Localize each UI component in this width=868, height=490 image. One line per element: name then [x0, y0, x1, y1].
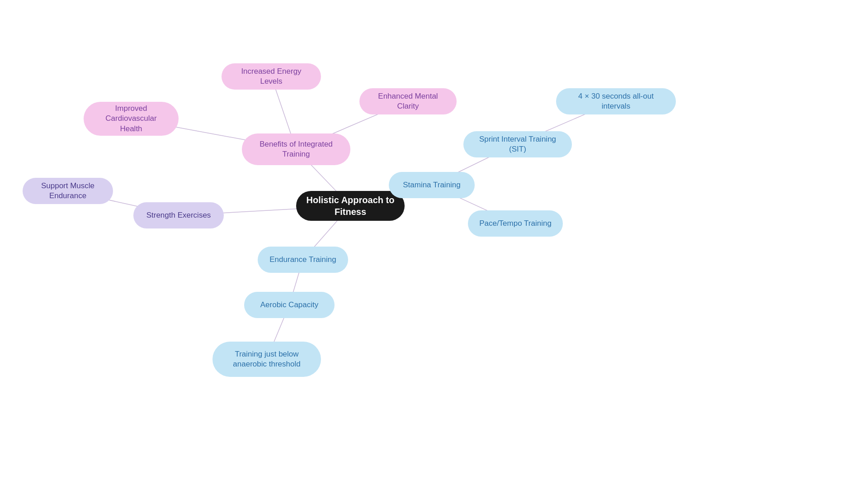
enhanced-mental-node[interactable]: Enhanced Mental Clarity — [359, 88, 457, 114]
four-thirty-node[interactable]: 4 × 30 seconds all-out intervals — [556, 88, 676, 114]
strength-node[interactable]: Strength Exercises — [133, 202, 224, 228]
anaerobic-node[interactable]: Training just below anaerobic threshold — [212, 342, 321, 377]
improved-cardio-node[interactable]: Improved Cardiovascular Health — [84, 102, 179, 136]
increased-energy-node[interactable]: Increased Energy Levels — [222, 63, 321, 90]
endurance-node[interactable]: Endurance Training — [258, 247, 348, 273]
center-node[interactable]: Holistic Approach to Fitness — [296, 191, 405, 221]
aerobic-node[interactable]: Aerobic Capacity — [244, 292, 335, 318]
benefits-node[interactable]: Benefits of Integrated Training — [242, 133, 350, 165]
sprint-node[interactable]: Sprint Interval Training (SIT) — [463, 131, 572, 157]
pace-node[interactable]: Pace/Tempo Training — [468, 210, 563, 237]
support-muscle-node[interactable]: Support Muscle Endurance — [23, 178, 113, 204]
stamina-node[interactable]: Stamina Training — [389, 172, 475, 198]
